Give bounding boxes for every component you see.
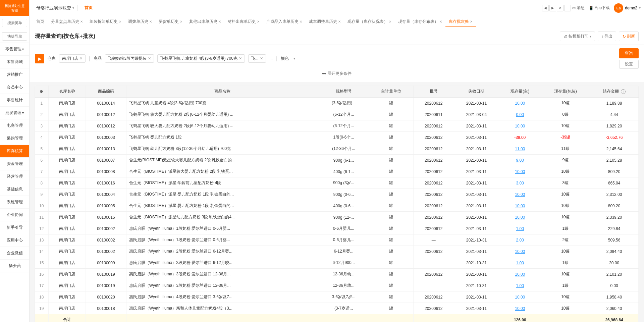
tab-close-split_inventory_history[interactable]: ✕ — [80, 20, 83, 23]
tab-close-requisition_history[interactable]: ✕ — [180, 20, 182, 23]
tab-inventory_distribution[interactable]: 现存量（库存分布表）✕ — [395, 17, 445, 27]
sidebar-item-ecom[interactable]: 电商管理 — [0, 119, 29, 132]
topbar-home-tab[interactable]: 首页 — [81, 4, 96, 12]
warehouse-selector[interactable]: 母婴行业演示账套 ▾ — [33, 5, 78, 11]
tab-close-inventory_status[interactable]: ✕ — [389, 20, 391, 23]
cell-qty-main[interactable]: 2.00 — [499, 234, 541, 246]
cell-qty-main[interactable]: 10.00 — [499, 269, 541, 280]
cell-qty-main[interactable]: 10.00 — [499, 246, 541, 257]
app-download-button[interactable]: 📱 App下载 — [589, 5, 610, 11]
cell-qty-main[interactable]: 1.00 — [499, 257, 541, 269]
col-settings[interactable]: ⚙ — [35, 86, 48, 98]
tabs-next-button[interactable]: ▶ — [549, 5, 556, 11]
sidebar-item-ops[interactable]: 经营管理 — [0, 170, 29, 183]
sidebar-item-basic[interactable]: 基础信息 — [0, 183, 29, 196]
cell-qty-main[interactable]: 0.00 — [499, 109, 541, 120]
query-button[interactable]: 查询 — [619, 48, 639, 58]
product-filter-tag1[interactable]: 飞鹤奶粉3段丙罐提装 ✕ — [105, 54, 154, 63]
tab-product_inbound[interactable]: 产成品入库单历史✕ — [263, 17, 306, 27]
warehouse-tag-close[interactable]: ✕ — [79, 56, 83, 61]
template-print-button[interactable]: 🖨 按模板打印 ▾ — [560, 32, 595, 41]
tab-inventory_status[interactable]: 现存量（库存状况表）✕ — [344, 17, 395, 27]
tab-close-batch_ledger[interactable]: ✕ — [470, 20, 473, 23]
tab-close-cost_adjust[interactable]: ✕ — [338, 20, 341, 23]
product-tag1-close[interactable]: ✕ — [148, 56, 151, 61]
cell-qty-main[interactable]: 10.00 — [499, 98, 541, 109]
sidebar-item-finance[interactable]: 资金管理 — [0, 158, 29, 170]
product-filter-tag2[interactable]: 飞鹤星飞帆 儿童奶粉 4段(3-6岁适用) 700克 ✕ — [157, 54, 245, 63]
cell-qty-main[interactable]: 10.00 — [499, 166, 541, 177]
cell-qty-main[interactable]: 10.00 — [499, 120, 541, 132]
tab-home[interactable]: 首页 — [33, 17, 48, 27]
message-button[interactable]: ✉ 消息 — [572, 5, 585, 11]
product-tag3-close[interactable]: ✕ — [260, 56, 263, 61]
tab-other_outbound[interactable]: 其他出库单历史✕ — [186, 17, 224, 27]
tabs-close-button[interactable]: ✕ — [557, 5, 564, 11]
cell-qty-main[interactable]: 1.00 — [499, 280, 541, 291]
cell-batch: 20200612 — [413, 132, 454, 143]
cell-qty-main[interactable]: 11.00 — [499, 143, 541, 155]
user-menu[interactable]: Ea demo2 ▾ — [614, 3, 641, 13]
tab-allocation_history[interactable]: 调拨单历史✕ — [125, 17, 155, 27]
cell-qty-main[interactable]: 10.00 — [499, 189, 541, 200]
sidebar-item-corp[interactable]: 企业协同 — [0, 209, 29, 221]
message-icon: ✉ — [572, 6, 576, 10]
cell-qty-main[interactable]: 10.00 — [499, 303, 541, 314]
product-filter-more[interactable]: ... — [269, 56, 273, 61]
refresh-button[interactable]: ↻ 刷新 — [619, 32, 639, 41]
product-filter-tag3[interactable]: 飞... ✕ — [248, 54, 266, 63]
amount-info-icon[interactable]: i — [621, 89, 626, 94]
tab-disassembly_history[interactable]: 组装拆卸单历史✕ — [86, 17, 125, 27]
sidebar-item-wholesale[interactable]: 批发管理▾ — [0, 107, 29, 119]
summary-empty-4 — [318, 314, 369, 322]
expand-more-conditions[interactable]: ▾▾ 展开更多条件 — [35, 69, 639, 78]
cell-qty-main[interactable]: 3.00 — [499, 177, 541, 189]
cell-batch: 20200612 — [413, 143, 454, 155]
app-label: App下载 — [595, 5, 610, 11]
quick-nav-button[interactable]: 快捷导航 — [2, 32, 27, 41]
sidebar-item-shop[interactable]: 零售商城 — [0, 56, 29, 68]
warehouse-filter-tag[interactable]: 南岸门店 ✕ — [59, 54, 86, 63]
sidebar-item-member[interactable]: 会员中心 — [0, 81, 29, 94]
sidebar-item-marketing[interactable]: 营销推广 — [0, 68, 29, 81]
table-row: 19南岸门店00100018惠氏启脲（Wyeth illuma）亲和人体儿童配方… — [35, 303, 639, 314]
cell-qty-main[interactable]: 10.00 — [499, 291, 541, 303]
sidebar-item-purchase[interactable]: 采购管理 — [0, 132, 29, 145]
cell-spec: 400g (6-1... — [318, 166, 369, 177]
table-header-row: ⚙ 仓库名称 商品编码 商品名称 规格型号 主计量单位 批号 失效日期 现存量(… — [35, 86, 639, 98]
tabs-menu-button[interactable]: ☰ — [564, 5, 571, 11]
cell-code: 00100016 — [86, 177, 126, 189]
product-tag2-close[interactable]: ✕ — [239, 56, 242, 61]
search-button[interactable]: 搜索英单 — [2, 19, 27, 27]
cell-qty-main[interactable]: 10.00 — [499, 200, 541, 212]
sidebar-item-app_center[interactable]: 应用中心 — [0, 234, 29, 247]
tab-close-material_outbound[interactable]: ✕ — [257, 20, 260, 23]
sidebar-item-corp_wx[interactable]: 企业微信 — [0, 247, 29, 260]
settings-button[interactable]: 设置 — [619, 60, 639, 69]
cell-qty-main[interactable]: 10.00 — [499, 212, 541, 223]
tab-close-allocation_history[interactable]: ✕ — [149, 20, 152, 23]
cell-qty-main[interactable]: -39.00 — [499, 132, 541, 143]
sidebar-item-vip[interactable]: 畅会员 — [0, 260, 29, 272]
sidebar-logo[interactable]: 畅捷通好生意 标题 — [0, 0, 29, 16]
tab-split_inventory_history[interactable]: 分量盘点单历史✕ — [48, 17, 86, 27]
cell-qty-main[interactable]: 9.00 — [499, 155, 541, 166]
sidebar-item-guide[interactable]: 新手引导 — [0, 221, 29, 234]
sidebar-item-stats[interactable]: 零售统计 — [0, 94, 29, 107]
tab-cost_adjust[interactable]: 成本调整单历史✕ — [306, 17, 344, 27]
sidebar-item-system[interactable]: 系统管理 — [0, 196, 29, 209]
tab-requisition_history[interactable]: 要货单历史✕ — [155, 17, 186, 27]
tab-close-other_outbound[interactable]: ✕ — [218, 20, 221, 23]
tab-close-inventory_distribution[interactable]: ✕ — [439, 20, 442, 23]
cell-qty-main[interactable]: 1.00 — [499, 223, 541, 234]
tab-batch_ledger[interactable]: 库存批次账✕ — [445, 17, 476, 27]
export-button[interactable]: ↑ 导出 — [598, 32, 616, 41]
sidebar-item-inventory[interactable]: 库存核算 — [0, 145, 29, 158]
tab-close-product_inbound[interactable]: ✕ — [300, 20, 302, 23]
filter-expand-button[interactable]: ▶ — [35, 54, 44, 63]
tab-material_outbound[interactable]: 材料出库单历史✕ — [224, 17, 263, 27]
tab-close-disassembly_history[interactable]: ✕ — [119, 20, 121, 23]
color-filter-arrow[interactable]: ▾ — [293, 57, 295, 60]
tabs-prev-button[interactable]: ◀ — [542, 5, 549, 11]
sidebar-item-retail[interactable]: 零售管理▾ — [0, 43, 29, 56]
